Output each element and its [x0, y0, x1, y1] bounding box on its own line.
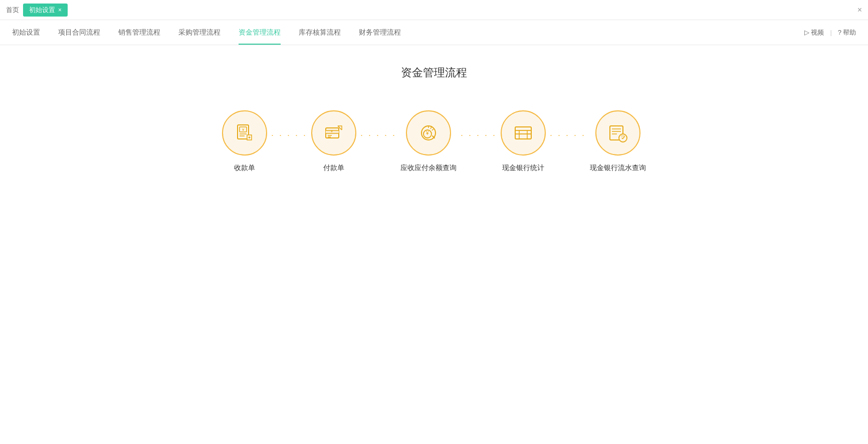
nav-divider: | — [830, 29, 831, 36]
flow-circle-receipt: ¥ — [222, 110, 267, 156]
nav-right: ▷ 视频 | ? 帮助 — [804, 28, 856, 37]
cashbank-icon — [512, 122, 534, 144]
balance-icon: ¥ — [417, 122, 440, 144]
flow-container: ¥ 收款单 · · · · · ¥ — [222, 110, 646, 173]
flow-item-cashflow[interactable]: 现金银行流水查询 — [590, 110, 646, 173]
dots-2: · · · · · — [360, 130, 396, 154]
video-icon: ▷ — [804, 29, 809, 36]
nav-item-stock[interactable]: 库存核算流程 — [299, 20, 341, 45]
nav-item-finance[interactable]: 财务管理流程 — [359, 20, 401, 45]
flow-item-balance[interactable]: ¥ 应收应付余额查询 — [400, 110, 457, 173]
dots-3: · · · · · — [461, 130, 497, 154]
svg-text:¥: ¥ — [242, 127, 245, 132]
top-bar-right: × — [857, 6, 862, 15]
dots-4: · · · · · — [550, 130, 586, 154]
nav-bar: 初始设置 项目合同流程 销售管理流程 采购管理流程 资金管理流程 库存核算流程 … — [0, 20, 868, 45]
active-tab-label: 初始设置 — [29, 6, 55, 15]
video-label: 视频 — [811, 28, 824, 37]
flow-item-receipt[interactable]: ¥ 收款单 — [222, 110, 267, 173]
nav-item-purchase[interactable]: 采购管理流程 — [178, 20, 221, 45]
flow-circle-payment: ¥ — [311, 110, 356, 156]
flow-circle-balance: ¥ — [406, 110, 451, 156]
flow-circle-cashbank — [501, 110, 546, 156]
page-title: 资金管理流程 — [401, 65, 467, 80]
flow-label-receipt: 收款单 — [234, 164, 255, 173]
home-link[interactable]: 首页 — [6, 6, 19, 15]
nav-item-sales[interactable]: 销售管理流程 — [118, 20, 160, 45]
help-link[interactable]: ? 帮助 — [838, 28, 856, 37]
dots-1: · · · · · — [271, 130, 307, 154]
flow-item-payment[interactable]: ¥ 付款单 — [311, 110, 356, 173]
receipt-icon: ¥ — [234, 122, 256, 144]
svg-text:¥: ¥ — [331, 129, 333, 133]
flow-label-payment: 付款单 — [323, 164, 344, 173]
nav-item-init[interactable]: 初始设置 — [12, 20, 40, 45]
help-icon: ? — [838, 29, 841, 36]
flow-label-balance: 应收应付余额查询 — [400, 164, 457, 173]
flow-label-cashbank: 现金银行统计 — [502, 164, 544, 173]
svg-rect-16 — [515, 127, 531, 139]
flow-label-cashflow: 现金银行流水查询 — [590, 164, 646, 173]
active-tab-close[interactable]: × — [58, 7, 62, 14]
payment-icon: ¥ — [323, 122, 345, 144]
nav-item-project[interactable]: 项目合同流程 — [58, 20, 100, 45]
window-close-button[interactable]: × — [857, 6, 862, 15]
active-tab: 初始设置 × — [23, 4, 68, 17]
video-link[interactable]: ▷ 视频 — [804, 28, 824, 37]
main-content: 资金管理流程 ¥ 收款单 · · · · · — [0, 45, 868, 193]
flow-circle-cashflow — [595, 110, 640, 156]
nav-item-fund[interactable]: 资金管理流程 — [239, 20, 281, 45]
flow-item-cashbank[interactable]: 现金银行统计 — [501, 110, 546, 173]
top-bar: 首页 初始设置 × × — [0, 0, 868, 20]
svg-text:¥: ¥ — [425, 130, 429, 136]
cashflow-icon — [607, 122, 629, 144]
help-label: 帮助 — [843, 28, 856, 37]
